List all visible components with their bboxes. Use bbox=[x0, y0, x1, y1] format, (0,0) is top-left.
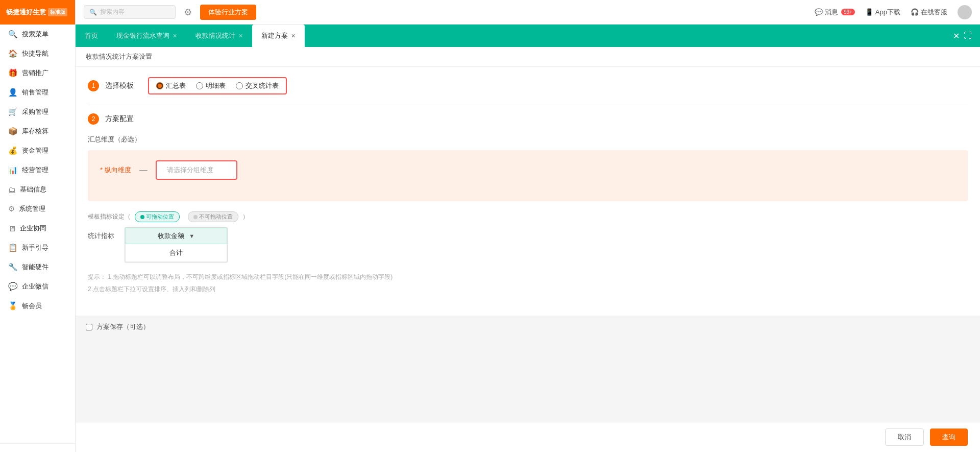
step1-row: 1 选择模板 汇总表明细表交叉统计表 bbox=[88, 77, 968, 94]
tip-line-1: 2.点击标题栏下拉可设置排序、插入列和删除列 bbox=[88, 283, 968, 295]
tab-label-home: 首页 bbox=[85, 31, 98, 40]
metrics-title-suffix: ） bbox=[242, 212, 249, 221]
arrow-icon: — bbox=[139, 165, 148, 175]
cancel-button[interactable]: 取消 bbox=[885, 429, 924, 446]
tab-expand-icon[interactable]: ⛶ bbox=[964, 31, 972, 40]
non-draggable-dot bbox=[193, 215, 198, 219]
download-label: App下载 bbox=[875, 8, 900, 17]
step1-badge: 1 bbox=[88, 80, 99, 91]
sidebar-item-search-menu[interactable]: 🔍搜索菜单 bbox=[0, 25, 75, 44]
logo-text: 畅捷通好生意 bbox=[6, 8, 46, 16]
dimension-section: 汇总维度（必选） * 纵向维度 — 请选择分组维度 模板指标设定（ bbox=[88, 135, 968, 303]
sidebar-label-guide: 新手引导 bbox=[22, 243, 48, 252]
sidebar-label-smart-hardware: 智能硬件 bbox=[22, 263, 48, 272]
basic-info-icon: 🗂 bbox=[8, 185, 16, 194]
tab-payment-stats[interactable]: 收款情况统计✕ bbox=[186, 25, 252, 47]
notification-label: 消息 bbox=[825, 8, 838, 17]
search-box[interactable]: 🔍 搜索内容 bbox=[84, 5, 176, 19]
service-icon: 🎧 bbox=[911, 8, 919, 16]
save-checkbox[interactable] bbox=[86, 324, 92, 330]
dimension-title: 汇总维度（必选） bbox=[88, 135, 968, 144]
notification-badge: 99+ bbox=[841, 9, 855, 15]
sidebar-label-enterprise: 企业协同 bbox=[20, 224, 46, 233]
tab-close-bank-flow[interactable]: ✕ bbox=[173, 33, 177, 39]
sidebar-item-sales[interactable]: 👤销售管理 bbox=[0, 83, 75, 102]
sidebar-label-purchase: 采购管理 bbox=[22, 107, 48, 116]
sidebar-item-system[interactable]: ⚙系统管理 bbox=[0, 199, 75, 219]
trial-button[interactable]: 体验行业方案 bbox=[200, 5, 256, 20]
sidebar-item-quick-nav[interactable]: 🏠快捷导航 bbox=[0, 44, 75, 63]
tab-home[interactable]: 首页 bbox=[76, 25, 107, 47]
tab-bank-flow[interactable]: 现金银行流水查询✕ bbox=[107, 25, 186, 47]
sales-icon: 👤 bbox=[8, 88, 18, 97]
dim-select[interactable]: 请选择分组维度 bbox=[156, 160, 237, 180]
sidebar-item-guide[interactable]: 📋新手引导 bbox=[0, 238, 75, 257]
sidebar-label-sales: 销售管理 bbox=[22, 88, 48, 97]
query-button[interactable]: 查询 bbox=[930, 429, 968, 446]
radio-cross[interactable]: 交叉统计表 bbox=[236, 81, 279, 90]
sidebar-item-membership[interactable]: 🏅畅会员 bbox=[0, 296, 75, 316]
purchase-icon: 🛒 bbox=[8, 107, 18, 116]
tab-actions: ✕⛶ bbox=[953, 31, 980, 41]
footer-bar: 取消 查询 bbox=[76, 422, 980, 452]
divider1 bbox=[88, 105, 968, 105]
notification-item[interactable]: 💬 消息 99+ bbox=[815, 8, 855, 17]
online-service-item[interactable]: 🎧 在线客服 bbox=[911, 8, 947, 17]
radio-input-summary[interactable] bbox=[156, 82, 163, 89]
chevron-down-icon: ▼ bbox=[189, 233, 194, 239]
avatar[interactable] bbox=[958, 5, 972, 19]
wechat-icon: 💬 bbox=[8, 282, 18, 291]
tab-close-payment-stats[interactable]: ✕ bbox=[238, 33, 243, 39]
system-icon: ⚙ bbox=[8, 204, 15, 213]
tab-label-payment-stats: 收款情况统计 bbox=[195, 31, 235, 40]
sidebar-item-smart-hardware[interactable]: 🔧智能硬件 bbox=[0, 257, 75, 277]
sidebar-item-marketing[interactable]: 🎁营销推广 bbox=[0, 63, 75, 83]
step2-row: 2 方案配置 bbox=[88, 113, 968, 125]
metrics-stats-label: 统计指标 bbox=[88, 227, 114, 263]
metrics-col-header[interactable]: 收款金额 ▼ bbox=[126, 228, 227, 244]
save-bar-label: 方案保存（可选） bbox=[96, 322, 150, 331]
col-header-label: 收款金额 bbox=[158, 232, 184, 240]
sidebar-item-operations[interactable]: 📊经营管理 bbox=[0, 160, 75, 180]
tab-close-icon[interactable]: ✕ bbox=[953, 31, 960, 41]
inventory-icon: 📦 bbox=[8, 127, 18, 136]
enterprise-icon: 🖥 bbox=[8, 224, 16, 233]
sidebar-label-search-menu: 搜索菜单 bbox=[22, 30, 48, 39]
tab-new-plan[interactable]: 新建方案✕ bbox=[252, 25, 305, 47]
sidebar-label-basic-info: 基础信息 bbox=[20, 185, 46, 194]
radio-detail[interactable]: 明细表 bbox=[196, 81, 226, 90]
tab-close-new-plan[interactable]: ✕ bbox=[291, 33, 296, 39]
template-radio-group: 汇总表明细表交叉统计表 bbox=[148, 77, 287, 94]
step2-badge: 2 bbox=[88, 113, 99, 125]
sidebar-item-funds[interactable]: 💰资金管理 bbox=[0, 141, 75, 160]
topbar: 🔍 搜索内容 ⚙ 体验行业方案 💬 消息 99+ 📱 App下载 🎧 在线客服 bbox=[76, 0, 980, 25]
content-area: 收款情况统计方案设置 1 选择模板 汇总表明细表交叉统计表 2 方案配置 汇总维… bbox=[76, 47, 980, 422]
sidebar-item-enterprise[interactable]: 🖥企业协同 bbox=[0, 219, 75, 238]
app-download-item[interactable]: 📱 App下载 bbox=[865, 8, 900, 17]
metrics-section: 模板指标设定（ 可拖动位置 不可拖动位置 ） bbox=[88, 211, 968, 263]
dim-row: * 纵向维度 — 请选择分组维度 bbox=[100, 160, 955, 180]
sidebar-item-inventory[interactable]: 📦库存核算 bbox=[0, 122, 75, 141]
sidebar-label-operations: 经营管理 bbox=[22, 165, 48, 175]
step1-label: 选择模板 bbox=[105, 81, 134, 90]
tips-section: 提示： 1.拖动标题栏可以调整布局，不可跨维度或指标区域拖动栏目字段(只能在同一… bbox=[88, 263, 968, 303]
sidebar-bottom bbox=[0, 443, 75, 452]
operations-icon: 📊 bbox=[8, 165, 18, 175]
sidebar-logo: 畅捷通好生意 标准版 bbox=[0, 0, 75, 25]
guide-icon: 📋 bbox=[8, 243, 18, 252]
radio-input-detail[interactable] bbox=[196, 82, 203, 89]
sidebar-item-purchase[interactable]: 🛒采购管理 bbox=[0, 102, 75, 122]
notification-icon: 💬 bbox=[815, 8, 823, 16]
radio-summary[interactable]: 汇总表 bbox=[156, 81, 186, 90]
main-area: 🔍 搜索内容 ⚙ 体验行业方案 💬 消息 99+ 📱 App下载 🎧 在线客服 … bbox=[76, 0, 980, 452]
funds-icon: 💰 bbox=[8, 146, 18, 155]
sidebar-item-wechat[interactable]: 💬企业微信 bbox=[0, 277, 75, 296]
radio-input-cross[interactable] bbox=[236, 82, 243, 89]
membership-icon: 🏅 bbox=[8, 301, 18, 311]
settings-icon[interactable]: ⚙ bbox=[184, 7, 192, 18]
search-icon: 🔍 bbox=[89, 9, 97, 16]
sidebar-item-basic-info[interactable]: 🗂基础信息 bbox=[0, 180, 75, 199]
dim-placeholder: 请选择分组维度 bbox=[167, 166, 213, 174]
draggable-dot bbox=[140, 215, 144, 219]
sidebar-label-wechat: 企业微信 bbox=[22, 282, 48, 291]
